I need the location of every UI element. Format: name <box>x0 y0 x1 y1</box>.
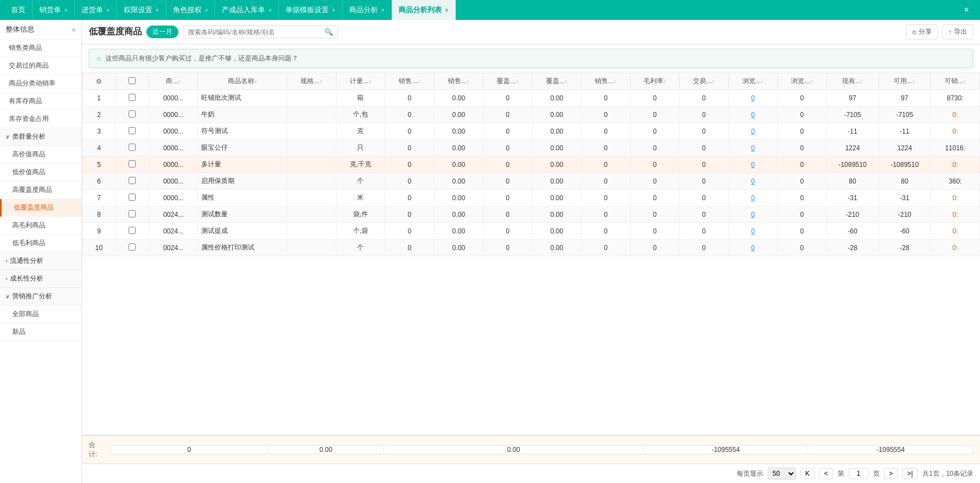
settings-column-header[interactable]: ⚙ <box>83 73 116 90</box>
row-browse1: 0 <box>728 206 777 223</box>
prev-page-button[interactable]: < <box>819 468 833 479</box>
search-input[interactable] <box>188 28 324 36</box>
share-button[interactable]: ⎋ 分享 <box>906 24 938 39</box>
row-coverage1: 0 <box>483 173 532 190</box>
name-column-header[interactable]: 商品名称↕ <box>198 73 287 90</box>
row-transaction: 0 <box>680 106 728 123</box>
sidebar-item-new-products[interactable]: 新品 <box>0 323 81 341</box>
sidebar-item-high-coverage[interactable]: 高覆盖度商品 <box>0 181 81 199</box>
table-row: 7 0000... 属性 米 0 0.00 0 0.00 0 0 0 0 0 -… <box>83 190 980 206</box>
row-no: 10 <box>83 240 116 256</box>
nav-item-templates[interactable]: 单据模板设置 × <box>279 0 343 20</box>
next-page-button[interactable]: > <box>884 468 898 479</box>
close-icon[interactable]: × <box>445 7 448 13</box>
time-filter-button[interactable]: 近一月 <box>146 26 178 38</box>
close-icon[interactable]: × <box>205 7 208 13</box>
table-row: 10 0024... 属性价格打印测试 个 0 0.00 0 0.00 0 0 … <box>83 240 980 256</box>
sidebar-group-liquidity[interactable]: › 流通性分析 <box>0 252 81 270</box>
select-all-checkbox[interactable] <box>129 77 136 84</box>
sidebar-item-low-profit[interactable]: 低毛利商品 <box>0 235 81 252</box>
row-checkbox[interactable] <box>129 227 136 234</box>
close-icon[interactable]: × <box>106 7 110 13</box>
row-no: 6 <box>83 173 116 190</box>
nav-item-permissions[interactable]: 权限设置 × <box>117 0 166 20</box>
row-browse2: 0 <box>778 156 826 173</box>
sidebar-item-all-products[interactable]: 全部商品 <box>0 306 81 323</box>
page-number-input[interactable] <box>849 468 869 479</box>
close-icon[interactable]: × <box>268 7 272 13</box>
nav-item-product-analysis[interactable]: 商品分析 × <box>343 0 392 20</box>
sales-qty-column-header[interactable]: 销售...↕ <box>385 73 434 90</box>
row-no: 3 <box>83 123 116 140</box>
row-coverage1: 0 <box>483 223 532 240</box>
row-checkbox-cell <box>116 206 149 223</box>
sidebar-group-marketing[interactable]: ∨ 营销推广分析 <box>0 288 81 306</box>
chevron-right-icon: › <box>6 276 7 282</box>
nav-item-home[interactable]: 首页 <box>4 0 33 20</box>
close-icon[interactable]: × <box>332 7 335 13</box>
row-name: 测试数量 <box>198 206 287 223</box>
close-icon[interactable]: × <box>64 7 68 13</box>
row-checkbox[interactable] <box>129 177 136 184</box>
transaction-column-header[interactable]: 交易...↕ <box>680 73 728 90</box>
sidebar-group-category-analysis[interactable]: ∨ 类群量分析 <box>0 128 81 146</box>
row-checkbox[interactable] <box>129 110 136 118</box>
spec-column-header[interactable]: 规格...↕ <box>287 73 336 90</box>
row-current-stock: 1224 <box>826 140 879 156</box>
coverage1-column-header[interactable]: 覆盖...↕ <box>483 73 532 90</box>
row-checkbox[interactable] <box>129 194 136 201</box>
sales-amount-column-header[interactable]: 销售...↕ <box>434 73 483 90</box>
row-sellable: 0: <box>931 223 980 240</box>
nav-item-roles[interactable]: 角色授权 × <box>166 0 216 20</box>
sidebar-collapse-button[interactable]: « <box>72 25 76 34</box>
browse2-column-header[interactable]: 浏览...↕ <box>778 73 826 90</box>
row-sales-amount: 0.00 <box>434 106 483 123</box>
row-checkbox[interactable] <box>129 160 136 167</box>
nav-item-sales[interactable]: 销货单 × <box>33 0 75 20</box>
row-checkbox[interactable] <box>129 144 136 151</box>
sales3-column-header[interactable]: 销售...↕ <box>581 73 630 90</box>
row-sales3: 0 <box>581 123 630 140</box>
gross-margin-column-header[interactable]: 毛利率↕ <box>630 73 679 90</box>
sidebar-item-low-value[interactable]: 低价值商品 <box>0 164 81 181</box>
sidebar-item-high-profit[interactable]: 高毛利商品 <box>0 217 81 235</box>
nav-item-purchase[interactable]: 进货单 × <box>75 0 117 20</box>
code-column-header[interactable]: 商...↕ <box>149 73 198 90</box>
current-stock-column-header[interactable]: 现有...↕ <box>826 73 879 90</box>
window-close-button[interactable]: × <box>957 5 976 15</box>
sidebar-item-stock-capital[interactable]: 库存资金占用 <box>0 110 81 128</box>
page-size-select[interactable]: 50 20 100 <box>768 467 796 480</box>
coverage2-column-header[interactable]: 覆盖...↕ <box>532 73 581 90</box>
last-page-button[interactable]: >| <box>902 468 918 479</box>
row-checkbox[interactable] <box>129 94 136 101</box>
chevron-down-icon: ∨ <box>6 134 9 140</box>
sidebar-group-growth[interactable]: › 成长性分析 <box>0 270 81 288</box>
row-checkbox[interactable] <box>129 243 136 251</box>
sidebar-item-high-value[interactable]: 高价值商品 <box>0 146 81 164</box>
first-page-button[interactable]: K <box>800 468 815 479</box>
nav-item-products[interactable]: 产成品入库单 × <box>215 0 279 20</box>
sidebar-item-traded-products[interactable]: 交易过的商品 <box>0 57 81 75</box>
page-label: 第 <box>838 469 844 479</box>
row-checkbox[interactable] <box>129 210 136 217</box>
close-icon[interactable]: × <box>156 7 159 13</box>
checkbox-column-header[interactable] <box>116 73 149 90</box>
row-coverage2: 0.00 <box>532 140 581 156</box>
row-coverage2: 0.00 <box>532 123 581 140</box>
sidebar-item-sales-products[interactable]: 销售类商品 <box>0 39 81 57</box>
browse1-column-header[interactable]: 浏览...↕ <box>728 73 777 90</box>
row-sales-amount: 0.00 <box>434 223 483 240</box>
row-checkbox[interactable] <box>129 127 136 134</box>
sidebar-item-stocked-products[interactable]: 有库存商品 <box>0 93 81 110</box>
available-stock-column-header[interactable]: 可用...↕ <box>879 73 931 90</box>
row-sales-amount: 0.00 <box>434 240 483 256</box>
close-icon[interactable]: × <box>381 7 385 13</box>
row-code: 0000... <box>149 190 198 206</box>
sidebar-item-category-turnover[interactable]: 商品分类动销率 <box>0 75 81 93</box>
nav-item-product-analysis-list[interactable]: 商品分析列表 × <box>392 0 456 20</box>
unit-column-header[interactable]: 计量...↕ <box>336 73 385 90</box>
row-unit: 个 <box>336 173 385 190</box>
export-button[interactable]: ↑ 导出 <box>942 24 973 39</box>
sidebar-item-low-coverage[interactable]: 低覆盖度商品 <box>0 199 81 217</box>
sellable-column-header[interactable]: 可销...↕ <box>931 73 980 90</box>
